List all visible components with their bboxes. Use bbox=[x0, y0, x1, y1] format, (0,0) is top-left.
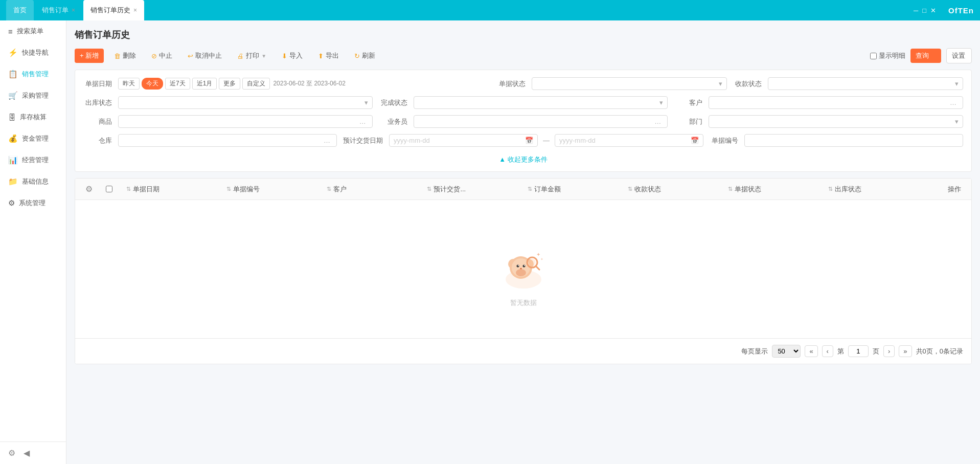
department-chevron-icon: ▾ bbox=[955, 118, 959, 125]
tab-sales-order[interactable]: 销售订单 × bbox=[35, 0, 82, 20]
delivery-date-start-placeholder: yyyy-mm-dd bbox=[394, 137, 430, 144]
sidebar-item-quick-nav[interactable]: ⚡ 快捷导航 bbox=[0, 42, 66, 63]
col-checkbox bbox=[102, 181, 122, 197]
warehouse-label: 仓库 bbox=[83, 136, 112, 145]
col-order-sort-icon[interactable]: ⇅ bbox=[728, 186, 733, 192]
warehouse-status-select[interactable]: ▾ bbox=[118, 96, 373, 109]
date-btn-more[interactable]: 更多 bbox=[219, 78, 240, 90]
col-action-label: 操作 bbox=[948, 185, 961, 194]
col-order-status: ⇅ 单据状态 bbox=[724, 180, 824, 199]
basic-info-icon: 📁 bbox=[8, 177, 18, 186]
tab-sales-order-history[interactable]: 销售订单历史 × bbox=[83, 0, 144, 20]
col-customer: ⇅ 客户 bbox=[323, 180, 423, 199]
last-page-button[interactable]: » bbox=[899, 345, 911, 357]
sidebar-item-basic-info[interactable]: 📁 基础信息 bbox=[0, 171, 66, 192]
settings-button[interactable]: 设置 bbox=[946, 48, 972, 63]
tab-sales-order-close[interactable]: × bbox=[72, 7, 75, 14]
sidebar-item-inventory[interactable]: 🗄 库存核算 bbox=[0, 106, 66, 128]
department-select[interactable]: ▾ bbox=[709, 115, 963, 128]
collapse-icon: ▲ bbox=[499, 156, 506, 163]
calendar-start-icon[interactable]: 📅 bbox=[525, 137, 533, 144]
doc-status-chevron-icon: ▾ bbox=[719, 80, 722, 87]
sidebar-item-capital-mgmt[interactable]: 💰 资金管理 bbox=[0, 128, 66, 149]
show-detail-checkbox[interactable] bbox=[870, 53, 877, 59]
doc-status-select[interactable]: ▾ bbox=[532, 77, 727, 90]
salesperson-dots-icon[interactable]: … bbox=[652, 118, 663, 125]
sidebar-item-search-menu-label: 搜索菜单 bbox=[17, 27, 43, 36]
delete-icon: 🗑 bbox=[114, 52, 121, 60]
delete-button[interactable]: 🗑 删除 bbox=[109, 49, 141, 63]
sidebar-item-purchase-mgmt[interactable]: 🛒 采购管理 bbox=[0, 85, 66, 106]
date-btn-7days[interactable]: 近7天 bbox=[165, 78, 190, 90]
complete-status-select[interactable]: ▾ bbox=[414, 96, 668, 109]
warehouse-dots-icon[interactable]: … bbox=[322, 137, 332, 144]
tab-home[interactable]: 首页 bbox=[6, 0, 34, 20]
select-all-checkbox[interactable] bbox=[106, 186, 112, 192]
col-action: 操作 bbox=[924, 180, 965, 199]
col-number: ⇅ 单据编号 bbox=[222, 180, 323, 199]
delivery-date-start[interactable]: yyyy-mm-dd 📅 bbox=[389, 134, 538, 147]
col-date-sort-icon[interactable]: ⇅ bbox=[126, 186, 131, 192]
date-btn-today[interactable]: 今天 bbox=[142, 78, 163, 90]
window-close-icon[interactable]: ✕ bbox=[930, 7, 936, 14]
stop-button[interactable]: ⊘ 中止 bbox=[146, 49, 177, 63]
date-btn-1month[interactable]: 近1月 bbox=[192, 78, 217, 90]
query-button[interactable]: 查询 bbox=[910, 49, 941, 63]
col-amount-sort-icon[interactable]: ⇅ bbox=[528, 186, 532, 192]
col-number-sort-icon[interactable]: ⇅ bbox=[226, 186, 231, 192]
filter-row-1: 单据日期 昨天 今天 近7天 近1月 更多 自定义 2023-06-02 至 2… bbox=[83, 77, 963, 90]
doc-number-input[interactable] bbox=[744, 134, 963, 147]
table-header: ⚙ ⇅ 单据日期 ⇅ 单据编号 ⇅ 客户 ⇅ bbox=[75, 179, 971, 200]
pagination: 每页显示 50 10 20 100 « ‹ 第 页 › » 共0页，0条记录 bbox=[75, 338, 971, 364]
calendar-end-icon[interactable]: 📅 bbox=[691, 137, 699, 144]
quick-nav-icon: ⚡ bbox=[8, 48, 18, 57]
col-customer-sort-icon[interactable]: ⇅ bbox=[327, 186, 331, 192]
new-button[interactable]: + 新增 bbox=[75, 49, 104, 63]
export-label: 导出 bbox=[326, 51, 339, 60]
col-warehouse-sort-icon[interactable]: ⇅ bbox=[828, 186, 833, 192]
date-btn-yesterday[interactable]: 昨天 bbox=[118, 78, 140, 90]
sidebar-item-sales-mgmt[interactable]: 📋 销售管理 bbox=[0, 63, 66, 85]
sidebar-item-sales-mgmt-label: 销售管理 bbox=[22, 70, 49, 79]
sidebar-item-capital-mgmt-label: 资金管理 bbox=[22, 134, 49, 143]
collapse-more-btn[interactable]: ▲ 收起更多条件 bbox=[83, 153, 963, 164]
page-size-select[interactable]: 50 10 20 100 bbox=[772, 345, 801, 358]
product-dots-icon[interactable]: … bbox=[357, 118, 368, 125]
date-btn-custom[interactable]: 自定义 bbox=[242, 78, 270, 90]
col-date: ⇅ 单据日期 bbox=[122, 180, 222, 199]
next-page-button[interactable]: › bbox=[883, 345, 895, 357]
delivery-date-end[interactable]: yyyy-mm-dd 📅 bbox=[555, 134, 703, 147]
col-gear: ⚙ bbox=[81, 179, 102, 199]
filter-row-4: 仓库 … 预计交货日期 yyyy-mm-dd 📅 — yyyy-mm-dd 📅 bbox=[83, 134, 963, 147]
customer-dots-icon[interactable]: … bbox=[948, 99, 959, 106]
empty-text: 暂无数据 bbox=[510, 298, 537, 307]
window-maximize-icon[interactable]: □ bbox=[922, 7, 926, 14]
sidebar-settings-icon[interactable]: ⚙ bbox=[8, 448, 15, 458]
tab-sales-order-history-close[interactable]: × bbox=[133, 7, 137, 14]
refresh-button[interactable]: ↻ 刷新 bbox=[349, 49, 380, 63]
cancel-stop-button[interactable]: ↩ 取消中止 bbox=[183, 49, 227, 63]
import-button[interactable]: ⬇ 导入 bbox=[277, 49, 308, 63]
col-warehouse-status: ⇅ 出库状态 bbox=[824, 180, 924, 199]
col-payment-sort-icon[interactable]: ⇅ bbox=[628, 186, 632, 192]
window-minimize-icon[interactable]: ─ bbox=[914, 7, 918, 14]
sidebar-item-operations-mgmt[interactable]: 📊 经营管理 bbox=[0, 149, 66, 171]
first-page-button[interactable]: « bbox=[805, 345, 817, 357]
payment-status-label: 收款状态 bbox=[733, 79, 762, 89]
main-layout: ≡ 搜索菜单 ⚡ 快捷导航 📋 销售管理 🛒 采购管理 🗄 库存核算 💰 资金管… bbox=[0, 20, 980, 464]
cancel-stop-icon: ↩ bbox=[188, 52, 193, 60]
prev-page-button[interactable]: ‹ bbox=[822, 345, 833, 357]
current-page-input[interactable] bbox=[848, 345, 869, 357]
print-button[interactable]: 🖨 打印 ▼ bbox=[232, 49, 271, 63]
doc-status-label: 单据状态 bbox=[497, 79, 526, 89]
sidebar-collapse-icon[interactable]: ◀ bbox=[24, 448, 30, 458]
export-button[interactable]: ⬆ 导出 bbox=[313, 49, 344, 63]
sidebar-item-system-mgmt[interactable]: ⚙ 系统管理 bbox=[0, 192, 66, 214]
show-detail-checkbox-label[interactable]: 显示明细 bbox=[870, 51, 905, 60]
table-settings-gear-button[interactable]: ⚙ bbox=[85, 184, 93, 194]
col-delivery-sort-icon[interactable]: ⇅ bbox=[427, 186, 431, 192]
total-text: 共0页，0条记录 bbox=[916, 347, 963, 356]
payment-status-select[interactable]: ▾ bbox=[768, 77, 963, 90]
sidebar-item-search-menu[interactable]: ≡ 搜索菜单 bbox=[0, 20, 66, 42]
payment-status-chevron-icon: ▾ bbox=[955, 80, 959, 87]
